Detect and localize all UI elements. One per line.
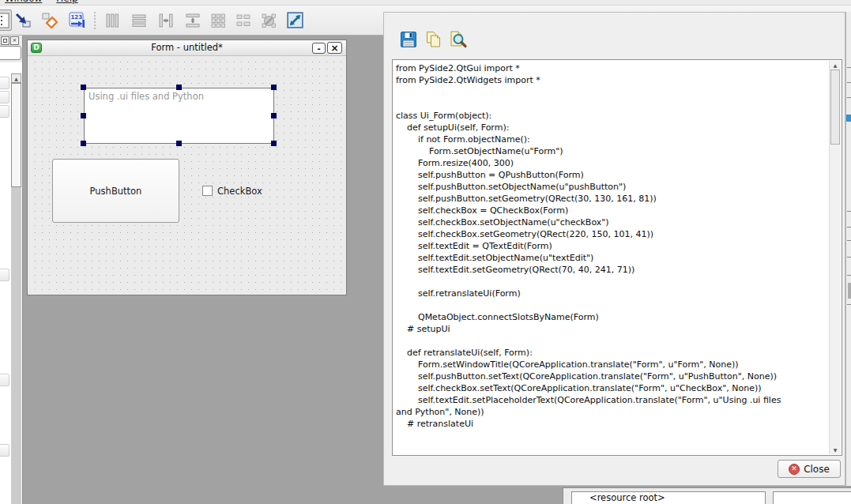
code-scrollbar[interactable]: ▲ ▼	[829, 61, 841, 454]
edit-widgets-button[interactable]	[0, 9, 12, 31]
tree-branch-mark	[847, 82, 851, 83]
menubar: WindowHelp	[0, 0, 851, 6]
minimize-button[interactable]: -	[312, 43, 326, 54]
tree-branch-mark	[847, 304, 851, 305]
layout-horizontally-button	[101, 9, 122, 31]
adjust-size-icon	[285, 10, 305, 30]
widget-box-panel: × ▲	[0, 36, 23, 504]
edit-tab-order-icon: 123	[67, 11, 86, 30]
form-designer-window: D Form - untitled* - × Using .ui files a…	[27, 39, 347, 295]
list-item[interactable]	[0, 374, 9, 386]
float-icon	[3, 39, 7, 43]
edit-signals-slots-icon	[13, 11, 32, 30]
copy-code-button[interactable]	[423, 29, 445, 50]
close-button-label: Close	[804, 464, 830, 475]
checkbox-widget[interactable]: CheckBox	[202, 175, 282, 207]
layout-vertically-icon	[130, 11, 149, 30]
scroll-up-button[interactable]: ▲	[830, 61, 841, 70]
layout-vertically-button	[128, 9, 149, 31]
resource-browser-window: <resource root>	[563, 487, 851, 504]
triangle-up-icon: ▲	[14, 76, 18, 81]
selection-handle-sw[interactable]	[81, 141, 86, 146]
panel-float-button[interactable]	[1, 36, 9, 45]
code-view[interactable]: from PySide2.QtGui import * from PySide2…	[392, 59, 842, 456]
adjust-size-button[interactable]	[284, 9, 306, 31]
tree-branch-mark	[847, 227, 851, 228]
close-dialog-button[interactable]: ✕ Close	[778, 460, 841, 478]
layout-form-icon	[234, 11, 253, 30]
edit-tab-order-button[interactable]: 123	[66, 9, 87, 31]
edit-widgets-icon	[0, 11, 11, 30]
list-item[interactable]	[0, 77, 9, 89]
qt-designer-screen: WindowHelp 123	[0, 0, 851, 504]
selection-handle-n[interactable]	[176, 85, 182, 90]
edit-buddies-button[interactable]	[39, 9, 60, 31]
triangle-down-icon: ▼	[834, 447, 838, 453]
break-layout-icon	[259, 11, 278, 30]
layout-grid-icon	[209, 11, 228, 30]
scroll-down-button[interactable]: ▼	[830, 446, 841, 454]
save-code-button[interactable]	[397, 29, 420, 50]
tree-branch-mark	[847, 240, 851, 241]
panel-close-button[interactable]: ×	[10, 36, 19, 45]
scrollbar-thumb[interactable]	[11, 83, 21, 187]
list-item[interactable]	[0, 105, 9, 118]
menu-help[interactable]: Help	[56, 0, 77, 4]
widget-filter-input[interactable]	[0, 46, 21, 60]
code-text: from PySide2.QtGui import * from PySide2…	[396, 62, 827, 453]
list-item[interactable]	[0, 269, 9, 281]
layout-splitter-horizontal-icon	[156, 11, 175, 30]
selected-row-fragment	[846, 115, 851, 122]
close-window-button[interactable]: ×	[327, 42, 342, 54]
checkbox-label: CheckBox	[217, 186, 262, 197]
checkbox-indicator[interactable]	[202, 186, 213, 196]
menu-strip: WindowHelp	[5, 0, 92, 4]
edit-buddies-icon	[40, 11, 59, 30]
layout-form-button	[232, 9, 254, 31]
tree-branch-mark	[847, 275, 851, 276]
textedit-widget[interactable]: Using .ui files and Python	[84, 88, 274, 144]
resource-detail-pane[interactable]	[773, 491, 851, 504]
layout-splitter-vertical-icon	[183, 11, 202, 30]
scrollbar-thumb[interactable]	[830, 70, 840, 145]
find-code-button[interactable]	[446, 29, 469, 50]
layout-splitter-horizontal-button	[155, 9, 176, 31]
form-titlebar[interactable]: D Form - untitled* - ×	[28, 40, 346, 56]
layout-splitter-vertical-button	[182, 9, 203, 31]
layout-grid-button	[207, 9, 228, 31]
list-item[interactable]	[0, 91, 9, 103]
pushbutton-widget[interactable]: PushButton	[52, 159, 179, 223]
selection-handle-ne[interactable]	[271, 85, 277, 90]
resource-tree[interactable]: <resource root>	[571, 491, 766, 504]
break-layout-button	[258, 9, 279, 31]
selection-handle-se[interactable]	[271, 141, 277, 146]
copy-icon	[424, 30, 443, 49]
list-item[interactable]	[0, 444, 9, 457]
resource-root-label: <resource root>	[589, 492, 665, 503]
triangle-up-icon: ▲	[834, 62, 838, 68]
panel-scrollbar[interactable]: ▲	[11, 73, 21, 504]
form-window-title: Form - untitled*	[28, 42, 346, 53]
toolbar-separator	[94, 12, 96, 29]
background-panel-sliver	[845, 12, 851, 486]
scrollbar-thumb	[848, 283, 851, 299]
selection-handle-e[interactable]	[271, 113, 277, 118]
textedit-placeholder: Using .ui files and Python	[88, 91, 204, 102]
save-icon	[399, 30, 418, 49]
selection-handle-nw[interactable]	[81, 85, 86, 90]
tree-branch-mark	[847, 257, 851, 258]
scroll-up-button[interactable]: ▲	[11, 73, 21, 83]
code-preview-window: from PySide2.QtGui import * from PySide2…	[383, 12, 845, 486]
find-icon	[447, 30, 468, 49]
close-icon: ×	[13, 38, 17, 43]
tree-branch-mark	[847, 211, 851, 212]
selection-handle-s[interactable]	[176, 141, 182, 146]
layout-horizontally-icon	[103, 11, 122, 30]
menu-window[interactable]: Window	[5, 0, 42, 4]
edit-signals-slots-button[interactable]	[12, 9, 33, 31]
selection-handle-w[interactable]	[81, 113, 86, 118]
tree-branch-mark	[847, 67, 851, 68]
close-circle-icon: ✕	[789, 464, 800, 475]
form-canvas[interactable]: Using .ui files and Python PushButton Ch…	[28, 56, 346, 295]
tree-branch-mark	[847, 97, 851, 98]
